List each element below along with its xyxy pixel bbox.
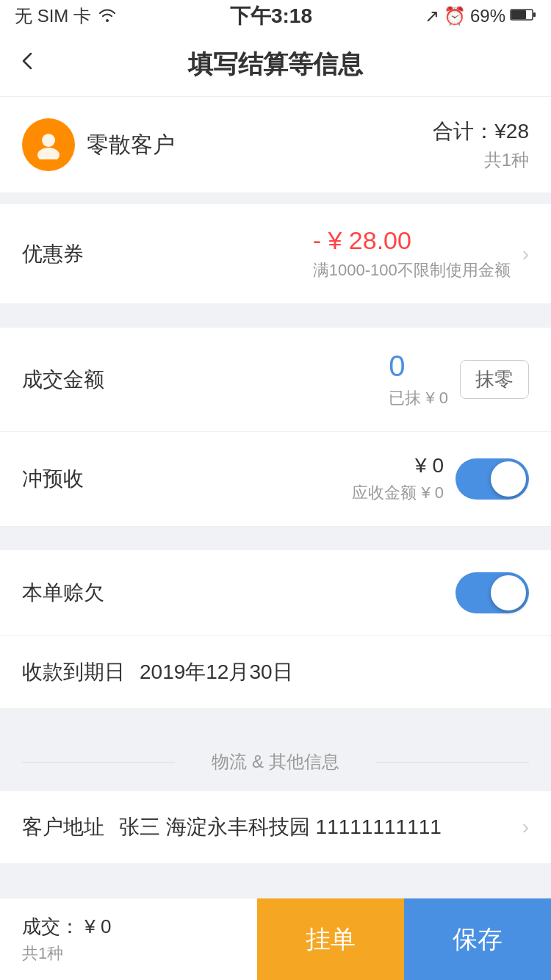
address-chevron-icon: › (522, 815, 529, 839)
back-button[interactable] (18, 45, 38, 84)
credit-right (455, 572, 529, 613)
prepayment-row: 冲预收 ¥ 0 应收金额 ¥ 0 (0, 432, 551, 527)
credit-label: 本单赊欠 (22, 579, 104, 607)
wifi-icon (97, 6, 118, 26)
due-date-value[interactable]: 2019年12月30日 (140, 658, 293, 686)
logistics-header: 物流 & 其他信息 (0, 732, 551, 791)
credit-toggle[interactable] (455, 572, 529, 613)
transaction-right: 0 已抹 ¥ 0 抹零 (389, 350, 529, 409)
svg-rect-1 (511, 10, 526, 19)
due-date-row: 收款到期日 2019年12月30日 (0, 636, 551, 709)
total-count: 共1种 (433, 148, 529, 172)
bottom-info: 成交： ¥ 0 共1种 (0, 898, 257, 980)
customer-row: 零散客户 合计：¥28 共1种 (0, 97, 551, 192)
prepayment-right: ¥ 0 应收金额 ¥ 0 (352, 454, 529, 504)
prepayment-sub: 应收金额 ¥ 0 (352, 482, 444, 504)
sim-label: 无 SIM 卡 (15, 4, 91, 28)
nav-bar: 填写结算等信息 (0, 32, 551, 97)
bottom-bar: 成交： ¥ 0 共1种 挂单 保存 (0, 898, 551, 980)
alarm-icon: ⏰ (444, 6, 466, 26)
address-value: 张三 海淀永丰科技园 11111111111 (119, 813, 522, 841)
transaction-label: 成交金额 (22, 366, 104, 394)
toggle-knob (491, 461, 526, 497)
location-icon: ↗ (425, 6, 439, 26)
coupon-amount: - ¥ 28.00 (313, 226, 511, 255)
content-area: 零散客户 合计：¥28 共1种 优惠券 - ¥ 28.00 满1000-100不… (0, 97, 551, 980)
battery-percent: 69% (470, 6, 505, 26)
credit-row: 本单赊欠 (0, 550, 551, 636)
credit-toggle-knob (491, 575, 526, 610)
logistics-label: 物流 & 其他信息 (212, 750, 339, 774)
bottom-deal-amount: 成交： ¥ 0 (22, 914, 235, 940)
divider-1 (0, 316, 551, 328)
transaction-sub: 已抹 ¥ 0 (389, 387, 448, 409)
round-zero-button[interactable]: 抹零 (460, 360, 529, 399)
coupon-row[interactable]: 优惠券 - ¥ 28.00 满1000-100不限制使用金额 › (0, 204, 551, 304)
bottom-item-count: 共1种 (22, 943, 235, 965)
prepayment-label: 冲预收 (22, 465, 84, 493)
prepayment-amount: ¥ 0 (352, 454, 444, 478)
credit-section: 本单赊欠 收款到期日 2019年12月30日 (0, 550, 551, 709)
due-date-label: 收款到期日 (22, 658, 125, 686)
customer-info: 零散客户 (22, 118, 175, 171)
status-right: ↗ ⏰ 69% (425, 6, 536, 26)
address-row[interactable]: 客户地址 张三 海淀永丰科技园 11111111111 › (0, 791, 551, 863)
status-left: 无 SIM 卡 (15, 4, 118, 28)
coupon-right: - ¥ 28.00 满1000-100不限制使用金额 › (313, 226, 529, 281)
chevron-right-icon: › (522, 242, 529, 266)
customer-total: 合计：¥28 共1种 (433, 118, 529, 172)
coupon-section: 优惠券 - ¥ 28.00 满1000-100不限制使用金额 › (0, 204, 551, 304)
svg-rect-2 (533, 12, 536, 17)
total-amount: 合计：¥28 (433, 118, 529, 145)
svg-point-4 (37, 148, 60, 159)
address-label: 客户地址 (22, 813, 104, 841)
hang-order-button[interactable]: 挂单 (257, 898, 404, 980)
coupon-value-block: - ¥ 28.00 满1000-100不限制使用金额 (313, 226, 511, 281)
save-button[interactable]: 保存 (404, 898, 551, 980)
page-title: 填写结算等信息 (188, 48, 363, 82)
battery-icon (510, 6, 536, 26)
transaction-value-block: 0 已抹 ¥ 0 (389, 350, 448, 409)
prepayment-toggle[interactable] (455, 458, 529, 500)
address-section: 客户地址 张三 海淀永丰科技园 11111111111 › (0, 791, 551, 863)
status-bar: 无 SIM 卡 下午3:18 ↗ ⏰ 69% (0, 0, 551, 32)
customer-name: 零散客户 (87, 130, 175, 160)
transaction-section: 成交金额 0 已抹 ¥ 0 抹零 冲预收 ¥ 0 应收金额 ¥ 0 (0, 328, 551, 527)
divider-2 (0, 538, 551, 550)
divider-3 (0, 721, 551, 732)
avatar (22, 118, 75, 171)
coupon-desc: 满1000-100不限制使用金额 (313, 259, 511, 281)
transaction-row: 成交金额 0 已抹 ¥ 0 抹零 (0, 328, 551, 432)
status-time: 下午3:18 (230, 2, 312, 30)
prepayment-value-block: ¥ 0 应收金额 ¥ 0 (352, 454, 444, 504)
transaction-amount[interactable]: 0 (389, 350, 448, 383)
coupon-label: 优惠券 (22, 240, 84, 268)
svg-point-3 (42, 134, 55, 147)
